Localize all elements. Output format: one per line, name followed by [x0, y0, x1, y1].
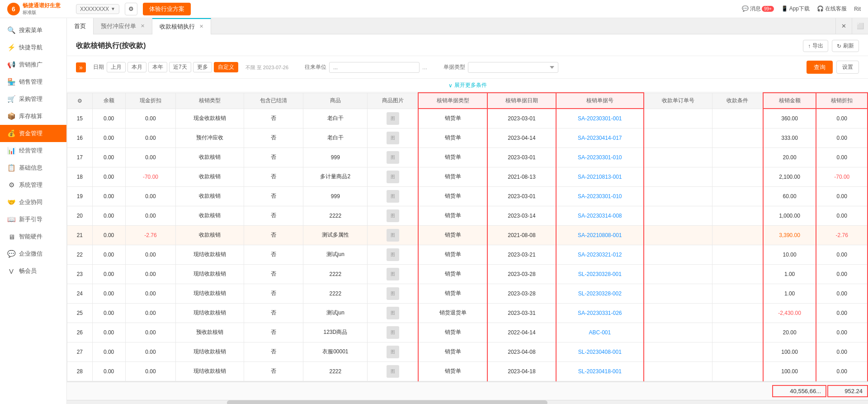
refresh-button[interactable]: ↻ 刷新	[832, 40, 859, 52]
sidebar-item-sales[interactable]: 🏪 销售管理	[0, 73, 66, 90]
tab-home[interactable]: 首页	[67, 18, 94, 34]
cell-write-off-discount: 0.00	[816, 264, 868, 284]
cell-write-off-bill-no[interactable]: SL-20230418-001	[556, 361, 644, 381]
cell-write-off-bill-type: 销货单	[418, 128, 487, 147]
table-row: 23 0.00 0.00 现结收款核销 否 2222 图 销货单 2023-03…	[67, 264, 868, 284]
bill-no-link[interactable]: SA-20230301-010	[578, 193, 622, 200]
bill-no-link[interactable]: SA-20230414-017	[578, 135, 622, 141]
tab-receive[interactable]: 收款核销执行 ✕	[152, 18, 211, 34]
horizontal-scrollbar[interactable]	[67, 400, 868, 404]
sidebar-item-wechat[interactable]: 💬 企业微信	[0, 245, 66, 262]
settings-button[interactable]: 设置	[836, 61, 859, 74]
tab-receive-close[interactable]: ✕	[199, 24, 203, 29]
cell-write-off-bill-no[interactable]: SA-20230414-017	[556, 128, 644, 147]
date-last-month[interactable]: 上月	[107, 62, 126, 72]
query-buttons: 查询 设置	[807, 61, 859, 74]
col-cash-discount: 现金折扣	[125, 93, 176, 109]
cell-receipt-condition	[712, 342, 763, 361]
sidebar-item-business[interactable]: 📊 经营管理	[0, 142, 66, 159]
cell-write-off-bill-no[interactable]: SA-20210813-001	[556, 167, 644, 186]
sidebar-item-inventory[interactable]: 📦 库存核算	[0, 108, 66, 125]
cell-write-off-bill-type: 销货单	[418, 206, 487, 225]
data-table-container: ⚙ 余额 现金折扣 核销类型 包含已结清 商品 商品图片 核销单据类型 核销单据…	[67, 92, 868, 404]
bill-no-link[interactable]: SA-20230321-012	[578, 252, 622, 258]
col-gear[interactable]: ⚙	[67, 93, 93, 109]
bill-no-link[interactable]: SA-20210813-001	[578, 174, 622, 180]
date-label: 日期	[93, 63, 104, 71]
cell-write-off-type: 收款核销	[176, 147, 244, 167]
sidebar-item-collab[interactable]: 🤝 企业协同	[0, 194, 66, 211]
online-service-button[interactable]: 🎧 在线客服	[817, 5, 847, 13]
sidebar-item-search[interactable]: 🔍 搜索菜单	[0, 22, 66, 39]
cell-write-off-bill-no[interactable]: SL-20230328-002	[556, 284, 644, 303]
col-include-settled: 包含已结清	[244, 93, 303, 109]
voucher-type-select[interactable]	[468, 62, 558, 73]
sidebar-item-basic[interactable]: 📋 基础信息	[0, 159, 66, 176]
date-this-year[interactable]: 本年	[148, 62, 167, 72]
company-selector[interactable]: XXXXXXXX ▼	[76, 4, 119, 14]
cell-write-off-bill-no[interactable]: SA-20210808-001	[556, 225, 644, 245]
table-row: 26 0.00 0.00 预收款核销 否 123D商品 图 销货单 2022-0…	[67, 323, 868, 342]
main-content: 首页 预付冲应付单 ✕ 收款核销执行 ✕ ✕ ⬜ 收款核销执行(按收款)	[67, 18, 868, 404]
sidebar-item-quick[interactable]: ⚡ 快捷导航	[0, 39, 66, 56]
app-download-button[interactable]: 📱 App下载	[781, 5, 810, 13]
cell-write-off-bill-no[interactable]: SA-20230331-026	[556, 303, 644, 323]
cell-write-off-type: 现金收款核销	[176, 109, 244, 128]
cell-write-off-bill-no[interactable]: SL-20230408-001	[556, 342, 644, 361]
sidebar-item-member[interactable]: V 畅会员	[0, 262, 66, 280]
page-title: 收款核销执行(按收款)	[76, 41, 146, 51]
sidebar-item-finance[interactable]: 💰 资金管理	[0, 125, 66, 142]
bill-no-link[interactable]: SA-20230314-008	[578, 213, 622, 219]
tab-prepay-close[interactable]: ✕	[141, 23, 145, 29]
export-button[interactable]: ↑ 导出	[803, 40, 828, 52]
date-custom[interactable]: 自定义	[214, 62, 238, 72]
close-window-button[interactable]: ✕	[835, 18, 852, 34]
cell-write-off-discount: 0.00	[816, 147, 868, 167]
cell-write-off-bill-no[interactable]: SA-20230301-010	[556, 186, 644, 206]
gear-button[interactable]: ⚙	[125, 3, 137, 15]
cell-write-off-bill-no[interactable]: SA-20230301-010	[556, 147, 644, 167]
bill-no-link[interactable]: SA-20230301-010	[578, 154, 622, 161]
date-more[interactable]: 更多	[193, 62, 212, 72]
bill-no-link[interactable]: SA-20210808-001	[578, 232, 622, 238]
scrollbar-thumb[interactable]	[227, 400, 547, 404]
filter-expand-button[interactable]: »	[76, 62, 86, 72]
messages-button[interactable]: 💬 消息99+	[742, 5, 774, 13]
sidebar-item-system[interactable]: ⚙ 系统管理	[0, 176, 66, 194]
bill-no-link[interactable]: SA-20230331-026	[578, 310, 622, 316]
sidebar-item-hardware[interactable]: 🖥 智能硬件	[0, 228, 66, 245]
bill-no-link[interactable]: SL-20230328-001	[578, 271, 622, 277]
date-this-month[interactable]: 本月	[127, 62, 146, 72]
user-name: Rit	[854, 6, 861, 12]
cell-write-off-bill-no[interactable]: SA-20230321-012	[556, 245, 644, 264]
bill-no-link[interactable]: ABC-001	[589, 329, 611, 336]
sidebar-item-marketing[interactable]: 📢 营销推广	[0, 56, 66, 73]
bill-no-link[interactable]: SL-20230328-002	[578, 290, 622, 297]
date-7days[interactable]: 近7天	[169, 62, 191, 72]
cell-balance: 0.00	[92, 128, 125, 147]
col-product: 商品	[303, 93, 368, 109]
tab-prepay[interactable]: 预付冲应付单 ✕	[94, 18, 152, 34]
industry-button[interactable]: 体验行业方案	[143, 3, 191, 15]
partner-input[interactable]	[329, 62, 420, 73]
cell-product-img: 图	[368, 245, 419, 264]
cell-write-off-bill-no[interactable]: SL-20230328-001	[556, 264, 644, 284]
query-button[interactable]: 查询	[807, 61, 833, 74]
maximize-button[interactable]: ⬜	[852, 18, 868, 34]
sidebar-item-purchase[interactable]: 🛒 采购管理	[0, 90, 66, 108]
cell-write-off-bill-date: 2023-04-08	[487, 342, 556, 361]
bill-no-link[interactable]: SA-20230301-001	[578, 115, 622, 122]
inventory-icon: 📦	[7, 112, 15, 120]
cell-balance: 0.00	[92, 245, 125, 264]
expand-more-bar[interactable]: ∨ 展开更多条件	[67, 79, 868, 92]
sidebar-item-guide[interactable]: 📖 新手引导	[0, 211, 66, 228]
cell-id: 25	[67, 303, 93, 323]
cell-write-off-bill-no[interactable]: ABC-001	[556, 323, 644, 342]
cell-product: 测试jun	[303, 245, 368, 264]
cell-write-off-bill-no[interactable]: SA-20230314-008	[556, 206, 644, 225]
cell-write-off-bill-type: 销货单	[418, 186, 487, 206]
bill-no-link[interactable]: SL-20230418-001	[578, 368, 622, 375]
chevron-down-icon: ∨	[448, 82, 453, 89]
bill-no-link[interactable]: SL-20230408-001	[578, 349, 622, 355]
cell-write-off-bill-no[interactable]: SA-20230301-001	[556, 109, 644, 128]
